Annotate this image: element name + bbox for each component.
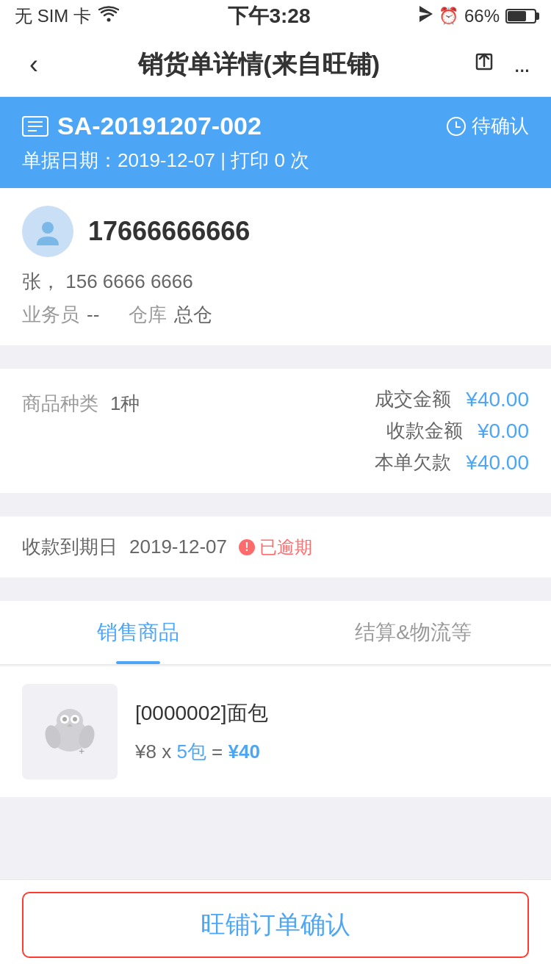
order-id: SA-20191207-002 [22,112,262,140]
nav-actions: ... [472,50,529,79]
tab-products-underline [116,661,160,664]
product-card: + [0000002]面包 ¥8 x 5包 = ¥40 [0,666,551,797]
customer-info: 张， 156 6666 6666 [22,269,529,295]
order-date: 单据日期：2019-12-07 | 打印 0 次 [22,148,529,173]
customer-meta: 业务员 -- 仓库 总仓 [22,302,529,328]
tab-products-label: 销售商品 [97,619,179,661]
product-qty: 5包 [176,741,206,763]
status-right: ⏰ 66% [419,6,536,26]
order-header-card: SA-20191207-002 待确认 单据日期：2019-12-07 | 打印… [0,97,551,188]
share-button[interactable] [472,50,496,79]
svg-text:+: + [79,745,84,757]
transaction-row: 成交金额 ¥40.00 [375,386,529,412]
customer-top: 17666666666 [22,206,529,257]
owed-row: 本单欠款 ¥40.00 [375,450,529,475]
due-date-value: 2019-12-07 [129,536,227,558]
customer-name: 张 [22,270,41,292]
due-date-card: 收款到期日 2019-12-07 ! 已逾期 [0,516,551,577]
carrier-text: 无 SIM 卡 [15,4,91,28]
received-value: ¥0.00 [478,419,529,443]
product-info: [0000002]面包 ¥8 x 5包 = ¥40 [135,699,529,765]
due-date-label: 收款到期日 [22,534,118,560]
product-price: ¥8 x 5包 = ¥40 [135,739,529,765]
nav-bar: ‹ 销货单详情(来自旺铺) ... [0,32,551,97]
owed-label: 本单欠款 [375,450,451,475]
overdue-badge: ! 已逾期 [239,536,312,559]
customer-card: 17666666666 张， 156 6666 6666 业务员 -- 仓库 总… [0,188,551,345]
separator-2 [0,505,551,516]
battery-percentage: 66% [464,6,500,26]
amounts-right: 成交金额 ¥40.00 收款金额 ¥0.00 本单欠款 ¥40.00 [375,386,529,475]
status-left: 无 SIM 卡 [15,4,119,28]
svg-point-8 [42,222,54,234]
sales-meta: 业务员 -- [22,302,99,328]
product-unit-price: ¥8 [135,741,156,763]
alarm-icon: ⏰ [439,7,458,26]
product-type-value: 1种 [110,391,140,417]
overdue-text: 已逾期 [259,536,312,559]
tab-settlement-underline [392,661,436,664]
product-name: [0000002]面包 [135,699,529,727]
order-id-text: SA-20191207-002 [57,112,262,140]
svg-point-0 [107,18,111,22]
warehouse-value: 总仓 [174,302,212,328]
bottom-bar: 旺铺订单确认 [0,879,551,980]
product-type: 商品种类 1种 [22,391,140,417]
sales-label: 业务员 [22,302,79,328]
order-status: 待确认 [447,113,529,139]
svg-marker-1 [419,6,433,22]
svg-point-14 [73,717,77,721]
warehouse-meta: 仓库 总仓 [129,302,212,328]
tab-settlement[interactable]: 结算&物流等 [276,601,551,664]
product-thumbnail: + [22,684,118,779]
product-equals: = [212,741,228,763]
transaction-label: 成交金额 [375,386,451,412]
more-button[interactable]: ... [514,51,529,78]
svg-point-13 [62,717,67,721]
battery-icon [505,9,536,24]
order-status-text: 待确认 [472,113,529,139]
wifi-icon [98,6,119,26]
confirm-order-button[interactable]: 旺铺订单确认 [22,892,529,958]
product-multiply: x [162,741,176,763]
product-type-label: 商品种类 [22,391,98,417]
customer-alt-phone: 156 6666 6666 [65,270,193,292]
page-title: 销货单详情(来自旺铺) [46,48,472,82]
status-time: 下午3:28 [228,2,310,30]
tab-products[interactable]: 销售商品 [0,601,276,664]
warehouse-label: 仓库 [129,302,167,328]
tabs-container: 销售商品 结算&物流等 [0,601,551,665]
back-button[interactable]: ‹ [22,42,46,87]
avatar [22,206,73,257]
received-row: 收款金额 ¥0.00 [386,418,529,444]
separator-1 [0,357,551,369]
owed-value: ¥40.00 [466,451,529,475]
received-label: 收款金额 [386,418,463,444]
transaction-value: ¥40.00 [466,388,529,411]
overdue-icon: ! [239,539,255,555]
customer-phone: 17666666666 [88,216,250,247]
sales-value: -- [87,303,99,326]
amounts-card: 商品种类 1种 成交金额 ¥40.00 收款金额 ¥0.00 本单欠款 ¥40.… [0,369,551,493]
separator-3 [0,589,551,601]
tab-settlement-label: 结算&物流等 [355,619,472,661]
location-icon [419,6,433,26]
status-bar: 无 SIM 卡 下午3:28 ⏰ 66% [0,0,551,32]
product-total: ¥40 [228,741,260,763]
order-header-top: SA-20191207-002 待确认 [22,112,529,140]
